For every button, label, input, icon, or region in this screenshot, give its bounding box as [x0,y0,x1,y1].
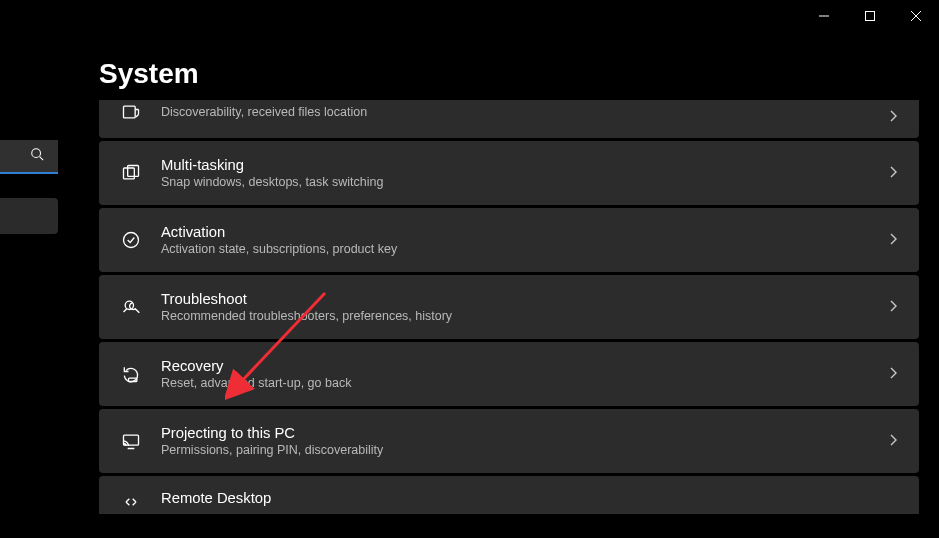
settings-item-desc: Snap windows, desktops, task switching [161,175,383,189]
chevron-right-icon [887,432,899,450]
settings-item-title: Multi-tasking [161,157,383,173]
svg-rect-1 [866,12,875,21]
chevron-right-icon [887,108,899,126]
svg-rect-6 [124,106,136,118]
remote-desktop-icon [119,490,143,514]
settings-item-desc: Permissions, pairing PIN, discoverabilit… [161,443,383,457]
troubleshoot-icon [119,295,143,319]
settings-item-title: Troubleshoot [161,291,452,307]
sidebar [0,140,58,234]
svg-line-5 [40,157,44,161]
page-title: System [99,58,199,90]
settings-item-desc: Discoverability, received files location [161,105,367,119]
settings-item-recovery[interactable]: Recovery Reset, advanced start-up, go ba… [99,342,919,406]
activation-icon [119,228,143,252]
settings-item-title: Projecting to this PC [161,425,383,441]
svg-rect-7 [124,168,135,179]
settings-item-nearby-sharing[interactable]: Discoverability, received files location [99,100,919,138]
settings-item-projecting[interactable]: Projecting to this PC Permissions, pairi… [99,409,919,473]
sidebar-item-system[interactable] [0,198,58,234]
settings-item-desc: Reset, advanced start-up, go back [161,376,351,390]
chevron-right-icon [887,164,899,182]
maximize-button[interactable] [847,0,893,32]
settings-item-title: Activation [161,224,397,240]
svg-rect-8 [128,166,139,177]
svg-point-9 [124,233,139,248]
settings-item-activation[interactable]: Activation Activation state, subscriptio… [99,208,919,272]
chevron-right-icon [887,298,899,316]
multi-tasking-icon [119,161,143,185]
search-icon [30,147,44,165]
svg-point-4 [32,149,41,158]
minimize-button[interactable] [801,0,847,32]
titlebar [801,0,939,32]
settings-list: Discoverability, received files location… [99,100,919,514]
recovery-icon [119,362,143,386]
close-button[interactable] [893,0,939,32]
settings-item-desc: Recommended troubleshooters, preferences… [161,309,452,323]
chevron-right-icon [887,231,899,249]
share-icon [119,100,143,124]
settings-item-desc: Activation state, subscriptions, product… [161,242,397,256]
settings-item-multi-tasking[interactable]: Multi-tasking Snap windows, desktops, ta… [99,141,919,205]
settings-item-remote-desktop[interactable]: Remote Desktop [99,476,919,514]
chevron-right-icon [887,365,899,383]
search-input[interactable] [0,140,58,174]
projecting-icon [119,429,143,453]
settings-item-title: Remote Desktop [161,490,271,506]
settings-item-title: Recovery [161,358,351,374]
settings-item-troubleshoot[interactable]: Troubleshoot Recommended troubleshooters… [99,275,919,339]
